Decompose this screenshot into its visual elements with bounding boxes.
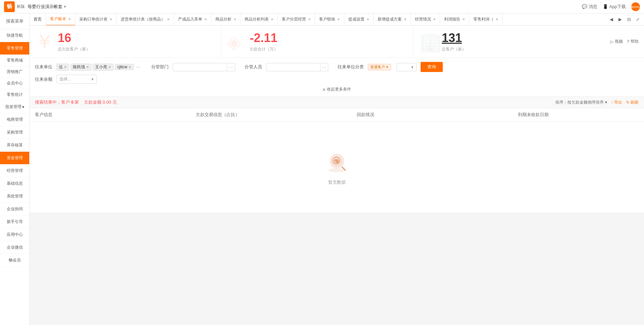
filter-person-more[interactable]: ··· <box>320 63 328 71</box>
stat-block-customers: ￥ 16 总欠款客户（家） <box>30 26 221 58</box>
tab-close-customer-balance[interactable]: ✕ <box>68 17 71 21</box>
sidebar-item-enterprise-collab[interactable]: 企业协同 <box>0 203 29 216</box>
tab-home[interactable]: 首页 <box>30 13 46 26</box>
sidebar-item-retail-stats[interactable]: 零售统计 <box>0 89 29 101</box>
message-button[interactable]: 💬 消息 <box>582 4 597 10</box>
sidebar-item-ops-mgmt[interactable]: 经营管理 <box>0 165 29 177</box>
filter-balance-select[interactable]: 选择... ▾ <box>56 75 97 84</box>
filter-tags-more[interactable]: ··· <box>135 64 142 70</box>
sidebar-item-wholesale-mgmt[interactable]: 批发管理 ▾ <box>0 101 29 113</box>
logo-text: 标版 <box>17 4 25 9</box>
main-layout: 搜索菜单 快捷导航 零售管理 零售商城 营销推广 会员中心 零售统计 批发管理 … <box>0 13 644 325</box>
results-actions: 排序：按欠款金额倒序排序 ▾ ↑ 导出 ↻ 刷新 <box>555 100 639 105</box>
stat-bg-yen-icon: ￥ <box>35 29 54 55</box>
stat-value-customers: 16 <box>58 31 213 45</box>
sidebar: 搜索菜单 快捷导航 零售管理 零售商城 营销推广 会员中心 零售统计 批发管理 … <box>0 13 30 325</box>
filter-balance-arrow: ▾ <box>91 77 94 82</box>
sidebar-item-quick-nav[interactable]: 快捷导航 <box>0 29 29 42</box>
filter-tag-wxl-remove[interactable]: ✕ <box>108 65 111 69</box>
collapse-icon: ∧ <box>323 87 326 92</box>
sidebar-item-member-center[interactable]: 会员中心 <box>0 78 29 89</box>
app-download-button[interactable]: 📱 App下载 <box>603 4 626 10</box>
col-customer: 客户信息 <box>35 112 196 118</box>
help-button[interactable]: ? 帮助 <box>627 39 639 44</box>
stat-value-debt: -2.11 <box>250 31 405 45</box>
tab-promotion-settings[interactable]: 提成设置 ✕ <box>344 13 374 26</box>
tab-close-profit-report[interactable]: ✕ <box>462 17 465 21</box>
sidebar-item-pro-member[interactable]: 畅会员 <box>0 254 29 267</box>
sidebar-item-basic-info[interactable]: 基础信息 <box>0 177 29 190</box>
tab-purchase-stats[interactable]: 进货单统计表（按商品） ✕ <box>117 13 174 26</box>
filter-dept-input[interactable] <box>173 63 227 71</box>
sidebar-item-retail-mgmt[interactable]: 零售管理 <box>0 42 29 55</box>
sidebar-item-marketing[interactable]: 营销推广 <box>0 66 29 78</box>
empty-state: 暂无数据 <box>30 121 644 212</box>
tab-close-product-inbound[interactable]: ✕ <box>204 17 207 21</box>
sidebar-item-ecommerce-mgmt[interactable]: 电商管理 <box>0 113 29 126</box>
stat-value-total-customers: 131 <box>442 31 597 45</box>
search-menu-button[interactable]: 搜索菜单 <box>3 17 27 26</box>
sidebar-item-new-guide[interactable]: 新手引导 <box>0 216 29 228</box>
filter-tag-cjttcw: cjttcw ✕ <box>115 64 134 70</box>
tab-scroll-left[interactable]: ◀ <box>608 16 615 23</box>
col-transaction: 欠款交易信息（占比） <box>196 112 357 118</box>
sidebar-item-system-mgmt[interactable]: 系统管理 <box>0 190 29 203</box>
refresh-button[interactable]: ↻ 刷新 <box>626 100 639 105</box>
sidebar-item-app-center[interactable]: 应用中心 <box>0 228 29 241</box>
query-button[interactable]: 查询 <box>421 62 443 72</box>
tab-product-analysis[interactable]: 商品分析 ✕ <box>211 13 241 26</box>
filter-person-label: 分管人员 <box>245 64 262 70</box>
tab-menu[interactable]: ⊟ <box>625 16 633 23</box>
sort-select[interactable]: 排序：按欠款金额倒序排序 ▾ <box>555 100 607 105</box>
filter-customer-type-remove[interactable]: ✕ <box>386 65 389 69</box>
filter-person-input[interactable] <box>266 63 320 71</box>
filter-tag-cjttcw-remove[interactable]: ✕ <box>128 65 131 69</box>
filter-tag-chm-remove[interactable]: ✕ <box>86 65 89 69</box>
tab-close-purchase-orders[interactable]: ✕ <box>110 17 112 21</box>
help-icon: ? <box>627 39 629 44</box>
tab-close-promotion-settings[interactable]: ✕ <box>367 17 369 21</box>
sidebar-item-retail-mall[interactable]: 零售商城 <box>0 55 29 66</box>
stat-bg-building-icon: 🏢 <box>419 31 442 53</box>
tab-fullscreen[interactable]: ⤢ <box>634 16 641 23</box>
tab-close-customer-tier[interactable]: ✕ <box>308 17 311 21</box>
tab-close-product-analysis[interactable]: ✕ <box>233 17 236 21</box>
stat-block-total-customers: 🏢 131 总客户（家） <box>413 26 605 58</box>
sidebar-item-finance-mgmt[interactable]: 资金管理 <box>0 152 29 165</box>
tab-new-promotion[interactable]: 新增提成方案 ✕ <box>374 13 411 26</box>
store-selector[interactable]: 母婴行业演示帐套 ▾ <box>28 4 66 10</box>
tab-close-customer-contact[interactable]: ✕ <box>337 17 340 21</box>
collapse-button[interactable]: ∧ 收起更多条件 <box>35 86 639 92</box>
col-payment: 回款情况 <box>357 112 518 118</box>
filter-unit-class-select[interactable]: ▾ <box>396 63 417 71</box>
filter-balance-label: 往来余额 <box>35 76 52 82</box>
tab-customer-tier[interactable]: 客户分层经营 ✕ <box>278 13 315 26</box>
tab-purchase-orders[interactable]: 采购订单统计表 ✕ <box>75 13 117 26</box>
tab-operations[interactable]: 经营情况 ✕ <box>411 13 440 26</box>
tab-close-purchase-stats[interactable]: ✕ <box>167 17 170 21</box>
filter-dept-more[interactable]: ··· <box>227 63 235 71</box>
filter-dept-label: 分管部门 <box>151 64 169 70</box>
tab-product-analysis-list[interactable]: 商品分析列表 ✕ <box>241 13 278 26</box>
tab-close-new-promotion[interactable]: ✕ <box>404 17 406 21</box>
sidebar-item-enterprise-wechat[interactable]: 企业微信 <box>0 241 29 254</box>
tab-profit-report[interactable]: 利润报告 ✕ <box>440 13 469 26</box>
tab-customer-contact[interactable]: 客户联络 ✕ <box>315 13 344 26</box>
filter-tag-cu-remove[interactable]: ✕ <box>64 65 67 69</box>
content-area: 首页 客户账本 ✕ 采购订单统计表 ✕ 进货单统计表（按商品） ✕ 产成品入库单… <box>30 13 644 325</box>
tab-close-operations[interactable]: ✕ <box>433 17 436 21</box>
stats-header: ￥ 16 总欠款客户（家） ◈ -2.11 欠款合计（万） 🏢 <box>30 26 644 58</box>
sidebar-item-purchase-mgmt[interactable]: 采购管理 <box>0 126 29 139</box>
tab-close-retail-profit[interactable]: ✕ <box>496 17 498 21</box>
tab-customer-balance[interactable]: 客户账本 ✕ <box>46 13 75 26</box>
tab-retail-profit[interactable]: 零售利润（ ✕ <box>469 13 503 26</box>
filter-unit-class-arrow: ▾ <box>411 65 414 70</box>
tab-product-inbound[interactable]: 产成品入库单 ✕ <box>174 13 211 26</box>
app-icon: 📱 <box>603 4 608 9</box>
tab-close-product-analysis-list[interactable]: ✕ <box>271 17 273 21</box>
sidebar-item-inventory[interactable]: 库存核算 <box>0 139 29 152</box>
tab-scroll-right[interactable]: ▶ <box>616 16 624 23</box>
video-button[interactable]: ▷ 视频 <box>610 39 623 44</box>
export-button[interactable]: ↑ 导出 <box>611 100 622 105</box>
user-menu[interactable]: demo2 <box>631 2 640 11</box>
